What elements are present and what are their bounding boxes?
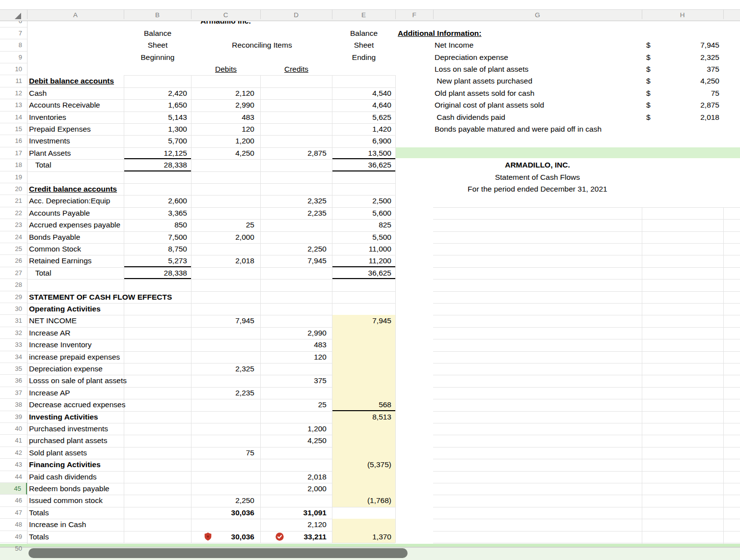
row-header-7[interactable]: 7 [0,28,27,39]
row-header-47[interactable]: 47 [0,507,27,519]
cell-E42[interactable] [332,447,395,459]
cell-A39[interactable]: Investing Activities [27,411,98,423]
row-header-46[interactable]: 46 [0,495,27,506]
cell-B9[interactable]: Beginning [124,52,191,63]
cell-E23[interactable]: 825 [332,219,395,231]
row-header-48[interactable]: 48 [0,519,27,531]
cell-B8[interactable]: Sheet [124,39,191,51]
cell-B26[interactable]: 5,273 [124,255,191,267]
row-header-11[interactable]: 11 [0,75,27,87]
row-header-20[interactable]: 20 [0,183,27,195]
cell-E48[interactable] [332,519,395,531]
cell-A32[interactable]: Increase AR [27,327,70,339]
cell-A13[interactable]: Accounts Receivable [27,99,100,111]
cell-E16[interactable]: 6,900 [332,135,395,147]
cell-E13[interactable]: 4,640 [332,99,395,111]
cell-C15[interactable]: 120 [192,123,260,135]
cell-B24[interactable]: 7,500 [124,231,191,243]
cell-B15[interactable]: 1,300 [124,123,191,135]
cell-A34[interactable]: increase prepaid expenses [27,351,120,363]
row-header-15[interactable]: 15 [0,123,27,135]
cell-B22[interactable]: 3,365 [124,207,191,219]
row-header-44[interactable]: 44 [0,471,27,483]
cell-E44[interactable] [332,471,395,483]
row-header-30[interactable]: 30 [0,303,27,315]
cell-E22[interactable]: 5,600 [332,207,395,219]
shield-icon[interactable] [204,532,212,541]
row-header-33[interactable]: 33 [0,339,27,351]
cell-D21[interactable]: 2,325 [261,195,332,207]
cell-B7[interactable]: Balance [124,28,191,39]
cell-D47[interactable]: 31,091 [261,507,332,519]
cell-C31[interactable]: 7,945 [192,315,260,327]
row-header-27[interactable]: 27 [0,267,27,279]
cell-E21[interactable]: 2,500 [332,195,395,207]
cell-E41[interactable] [332,435,395,447]
cell-E25[interactable]: 11,000 [332,243,395,255]
cell-A46[interactable]: Issued common stock [27,495,103,506]
cell-C49[interactable]: 30,036 [192,531,260,543]
row-header-28[interactable]: 28 [0,279,27,291]
cell-C24[interactable]: 2,000 [192,231,260,243]
cell-E39[interactable]: 8,513 [332,411,395,423]
cell-B14[interactable]: 5,143 [124,112,191,123]
cell-A31[interactable]: NET INCOME [27,315,77,327]
cell-A35[interactable]: Depreciation expense [27,363,103,375]
cell-C47[interactable]: 30,036 [192,507,260,519]
cell-E33[interactable] [332,339,395,351]
cell-A11[interactable]: Debit balance accounts [27,75,114,87]
cell-D22[interactable]: 2,235 [261,207,332,219]
row-header-14[interactable]: 14 [0,112,27,123]
cell-E12[interactable]: 4,540 [332,87,395,99]
cell-E18[interactable]: 36,625 [332,159,395,171]
row-header-43[interactable]: 43 [0,459,27,471]
row-header-22[interactable]: 22 [0,207,27,219]
cell-A17[interactable]: Plant Assets [27,147,71,159]
row-header-26[interactable]: 26 [0,255,27,267]
cell-A22[interactable]: Accounts Payable [27,207,90,219]
cell-A21[interactable]: Acc. Depreciation:Equip [27,195,110,207]
row-header-34[interactable]: 34 [0,351,27,363]
cell-D25[interactable]: 2,250 [261,243,332,255]
column-header-G[interactable]: G [433,10,642,21]
cell-D26[interactable]: 7,945 [261,255,332,267]
cell-B23[interactable]: 850 [124,219,191,231]
cell-E37[interactable] [332,387,395,399]
cell-C23[interactable]: 25 [192,219,260,231]
row-header-40[interactable]: 40 [0,423,27,435]
cell-A48[interactable]: Increase in Cash [27,519,86,531]
cell-B27[interactable]: 28,338 [124,267,191,279]
cell-B25[interactable]: 8,750 [124,243,191,255]
cell-A44[interactable]: Paid cash dividends [27,471,97,483]
column-header-D[interactable]: D [260,10,332,21]
cell-A24[interactable]: Bonds Payable [27,231,80,243]
cell-A49[interactable]: Totals [27,531,49,543]
column-header-E[interactable]: E [332,10,395,21]
cell-D17[interactable]: 2,875 [261,147,332,159]
cell-D32[interactable]: 2,990 [261,327,332,339]
row-header-24[interactable]: 24 [0,231,27,243]
cell-E49[interactable]: 1,370 [332,531,395,543]
row-header-36[interactable]: 36 [0,375,27,387]
cell-E36[interactable] [332,375,395,387]
cell-E9[interactable]: Ending [332,52,395,63]
cell-A20[interactable]: Credit balance accounts [27,183,117,195]
row-header-8[interactable]: 8 [0,39,27,51]
row-header-31[interactable]: 31 [0,315,27,327]
cell-C13[interactable]: 2,990 [192,99,260,111]
row-header-37[interactable]: 37 [0,387,27,399]
cell-E45[interactable] [332,483,395,495]
cell-D44[interactable]: 2,018 [261,471,332,483]
cell-E31[interactable]: 7,945 [332,315,395,327]
cell-A33[interactable]: Increase Inventory [27,339,92,351]
cell-A29[interactable]: STATEMENT OF CASH FLOW EFFECTS [27,291,172,303]
row-header-38[interactable]: 38 [0,399,27,411]
select-all-triangle[interactable] [15,13,21,19]
cell-A37[interactable]: Increase AP [27,387,70,399]
cell-D36[interactable]: 375 [261,375,332,387]
cell-C35[interactable]: 2,325 [192,363,260,375]
row-header-21[interactable]: 21 [0,195,27,207]
column-header-F[interactable]: F [395,10,433,21]
row-header-32[interactable]: 32 [0,327,27,339]
cell-E17[interactable]: 13,500 [332,147,395,159]
